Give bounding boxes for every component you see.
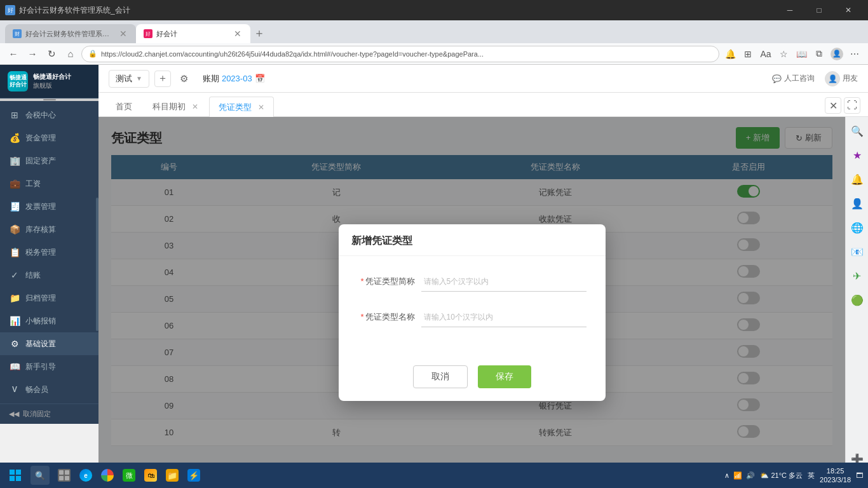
rp-mail-button[interactable]: 📧 bbox=[848, 243, 866, 261]
sidebar-item-member[interactable]: V 畅会员 bbox=[0, 378, 98, 401]
sidebar-item-archive[interactable]: 📁 归档管理 bbox=[0, 287, 98, 309]
consultant-button[interactable]: 💬 人工咨询 bbox=[772, 73, 815, 84]
sidebar-item-settlement[interactable]: ✓ 结账 bbox=[0, 264, 98, 287]
tab-voucher-close[interactable]: ✕ bbox=[258, 103, 264, 112]
tab-home[interactable]: 首页 bbox=[106, 96, 142, 116]
sidebar-item-dashboard[interactable]: ⊞ 会税中心 bbox=[0, 104, 98, 126]
calendar-icon: 📅 bbox=[255, 74, 265, 83]
sidebar-item-label: 畅会员 bbox=[25, 384, 48, 395]
sidebar-item-basic[interactable]: ⚙ 基础设置 bbox=[0, 332, 98, 355]
rp-search-button[interactable]: 🔍 bbox=[848, 122, 866, 140]
sidebar-item-label: 固定资产 bbox=[25, 156, 56, 166]
taskbar-icon-store[interactable]: 🛍 bbox=[141, 466, 160, 485]
sidebar-item-invoice[interactable]: 🧾 发票管理 bbox=[0, 195, 98, 218]
sidebar-item-guide[interactable]: 📖 新手引导 bbox=[0, 355, 98, 378]
maximize-button[interactable]: □ bbox=[804, 0, 834, 20]
reader-button[interactable]: 📖 bbox=[793, 46, 810, 62]
workspace-arrow-icon: ▼ bbox=[136, 75, 142, 82]
immersive-button[interactable]: Aa bbox=[757, 46, 774, 62]
user-button[interactable]: 👤 用友 bbox=[825, 71, 858, 86]
finance-icon: 💰 bbox=[9, 132, 20, 144]
sidebar-container: 畅捷通好合计 畅捷通好合计 旗舰版 ⊞ 会税中心 💰 资金管理 bbox=[0, 65, 98, 488]
abbr-input[interactable] bbox=[421, 271, 587, 292]
new-tab-button[interactable]: ＋ bbox=[250, 24, 268, 42]
svg-rect-1 bbox=[16, 470, 21, 475]
sidebar-item-label: 基础设置 bbox=[25, 339, 56, 349]
rp-notify-button[interactable]: 🔔 bbox=[848, 170, 866, 188]
sidebar-item-label: 小畅报销 bbox=[25, 316, 56, 327]
required-mark: * bbox=[360, 276, 363, 286]
name-input[interactable] bbox=[421, 307, 587, 327]
tab2-close[interactable]: ✕ bbox=[233, 29, 243, 39]
page-tab-bar: 首页 科目期初 ✕ 凭证类型 ✕ ✕ ⛶ bbox=[98, 93, 868, 117]
taskbar-icon-chrome[interactable] bbox=[98, 466, 117, 485]
sidebar-app-name: 畅捷通好合计 bbox=[33, 72, 71, 81]
sidebar-item-finance[interactable]: 💰 资金管理 bbox=[0, 126, 98, 149]
save-button[interactable]: 保存 bbox=[478, 365, 531, 388]
browser-toolbar: ← → ↻ ⌂ 🔒 https://cloud2.chanjet.com/acc… bbox=[0, 43, 868, 65]
sidebar-item-label: 发票管理 bbox=[25, 201, 56, 212]
rp-user-button[interactable]: 👤 bbox=[848, 194, 866, 212]
workspace-name: 测试 bbox=[116, 73, 132, 85]
taskbar-icon-wechat[interactable]: 微 bbox=[119, 466, 139, 485]
dialog-overlay: 新增凭证类型 *凭证类型简称 *凭证类型名称 bbox=[98, 117, 845, 488]
browser-tab-1[interactable]: 财 好会计云财务软件管理系统_会计 ✕ bbox=[5, 24, 136, 43]
tab-home-label: 首页 bbox=[116, 101, 132, 112]
taskbar-icon-task-view[interactable] bbox=[55, 466, 74, 485]
tab-subject[interactable]: 科目期初 ✕ bbox=[143, 96, 208, 116]
taskbar-icons: e 微 🛍 📁 ⚡ bbox=[55, 466, 203, 485]
close-button[interactable]: ✕ bbox=[834, 0, 863, 20]
content-area: 凭证类型 + 新增 ↻ 刷新 编号 bbox=[98, 117, 868, 488]
svg-rect-0 bbox=[10, 470, 15, 475]
browser-chrome: 财 好会计云财务软件管理系统_会计 ✕ 好 好会计 ✕ ＋ ← → ↻ ⌂ 🔒 … bbox=[0, 20, 868, 65]
browser-tab-bar: 财 好会计云财务软件管理系统_会计 ✕ 好 好会计 ✕ ＋ bbox=[0, 20, 868, 43]
settlement-icon: ✓ bbox=[9, 269, 20, 281]
rp-outlook-button[interactable]: 🌐 bbox=[848, 219, 866, 236]
taskbar-icon-files[interactable]: 📁 bbox=[163, 466, 182, 485]
taskbar-icon-edge2[interactable]: ⚡ bbox=[184, 466, 203, 485]
collections-button[interactable]: ⊞ bbox=[740, 46, 756, 62]
sidebar-item-assets[interactable]: 🏢 固定资产 bbox=[0, 149, 98, 172]
url-bar[interactable]: 🔒 https://cloud2.chanjet.com/accounting/… bbox=[81, 46, 719, 62]
sidebar-footer[interactable]: ◀◀ 取消固定 bbox=[0, 403, 98, 424]
menu-button[interactable]: ⋯ bbox=[846, 46, 863, 62]
tab1-favicon: 财 bbox=[13, 29, 22, 38]
sidebar-item-report[interactable]: 📊 小畅报销 bbox=[0, 309, 98, 332]
favorites-button[interactable]: ☆ bbox=[775, 46, 792, 62]
tab-subject-close[interactable]: ✕ bbox=[192, 102, 198, 111]
dialog-title: 新增凭证类型 bbox=[351, 235, 412, 246]
tab-voucher-label: 凭证类型 bbox=[219, 102, 252, 113]
sidebar-item-tax[interactable]: 📋 税务管理 bbox=[0, 241, 98, 264]
tab1-close[interactable]: ✕ bbox=[118, 29, 128, 39]
reload-button[interactable]: ↻ bbox=[43, 46, 60, 62]
browser-tab-2[interactable]: 好 好会计 ✕ bbox=[136, 24, 250, 43]
back-button[interactable]: ← bbox=[5, 46, 22, 62]
forward-button[interactable]: → bbox=[24, 46, 41, 62]
workspace-selector[interactable]: 测试 ▼ bbox=[109, 70, 149, 88]
minimize-button[interactable]: ─ bbox=[775, 0, 804, 20]
taskbar-search-button[interactable]: 🔍 bbox=[31, 466, 50, 485]
extensions-button[interactable]: 🔔 bbox=[722, 46, 738, 62]
add-workspace-button[interactable]: ＋ bbox=[154, 71, 171, 87]
rp-star-button[interactable]: ★ bbox=[848, 146, 866, 164]
rp-green-button[interactable]: 🟢 bbox=[848, 291, 866, 309]
notifications-button[interactable]: 🗔 bbox=[856, 471, 863, 479]
taskbar-up-arrow[interactable]: ∧ bbox=[724, 471, 729, 480]
home-button[interactable]: ⌂ bbox=[62, 46, 79, 62]
profile-button[interactable]: 👤 bbox=[829, 46, 845, 62]
inventory-icon: 📦 bbox=[9, 224, 20, 235]
cancel-button[interactable]: 取消 bbox=[413, 365, 468, 388]
tab-voucher[interactable]: 凭证类型 ✕ bbox=[209, 97, 274, 117]
workspace-settings-button[interactable]: ⚙ bbox=[176, 71, 193, 87]
start-button[interactable] bbox=[5, 465, 25, 485]
split-button[interactable]: ⧉ bbox=[811, 46, 827, 62]
taskbar-icon-edge[interactable]: e bbox=[76, 466, 95, 485]
taskbar-right: ∧ 📶 🔊 ⛅ 21°C 多云 英 18:25 2023/3/18 🗔 bbox=[724, 466, 863, 485]
close-tab-button[interactable]: ✕ bbox=[825, 97, 841, 114]
sidebar-item-payroll[interactable]: 💼 工资 bbox=[0, 172, 98, 195]
sidebar-edition: 旗舰版 bbox=[33, 81, 71, 90]
rp-flight-button[interactable]: ✈ bbox=[848, 267, 866, 285]
window-controls[interactable]: ─ □ ✕ bbox=[775, 0, 863, 20]
maximize-tab-button[interactable]: ⛶ bbox=[844, 97, 860, 114]
sidebar-item-inventory[interactable]: 📦 库存核算 bbox=[0, 218, 98, 241]
